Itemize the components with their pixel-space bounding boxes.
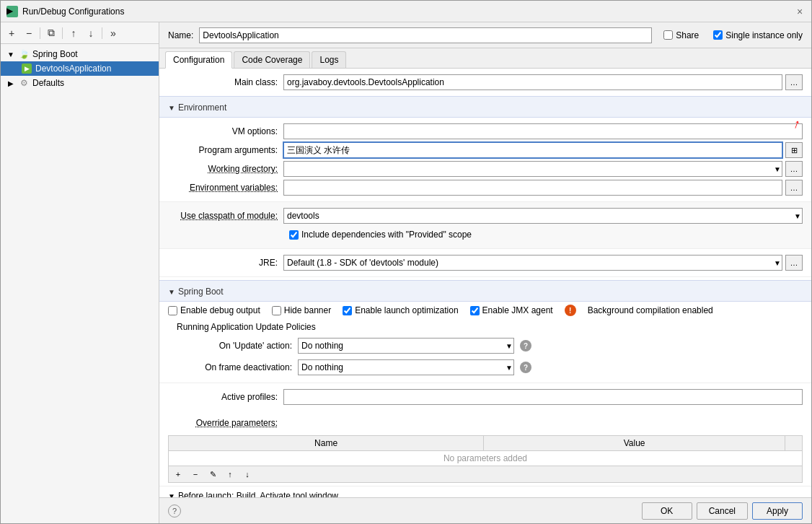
table-actions: + − ✎ ↑ ↓ (168, 466, 803, 483)
override-params-label: Override parameters: (168, 418, 283, 428)
defaults-label: Defaults (32, 78, 64, 88)
close-button[interactable]: × (794, 6, 806, 17)
spring-boot-section-label: Spring Boot (178, 287, 224, 297)
devtools-app-icon: ▶ (21, 63, 32, 74)
active-profiles-section: Active profiles: (159, 383, 811, 411)
jre-control: Default (1.8 - SDK of 'devtools' module)… (283, 255, 803, 271)
table-down-btn[interactable]: ↓ (239, 468, 255, 481)
jre-browse[interactable]: … (785, 255, 803, 271)
jre-row: JRE: Default (1.8 - SDK of 'devtools' mo… (168, 253, 803, 272)
help-button[interactable]: ? (168, 505, 181, 518)
environment-header[interactable]: ▼ Environment (168, 98, 803, 115)
devtools-app-tree-item[interactable]: ▶ DevtoolsApplication (1, 61, 159, 76)
tab-logs[interactable]: Logs (312, 51, 346, 68)
debug-output-row: Enable debug output (168, 305, 260, 315)
cancel-button[interactable]: Cancel (697, 502, 748, 520)
before-launch-expand[interactable]: ▼ (168, 492, 175, 498)
active-profiles-label: Active profiles: (168, 392, 283, 402)
vm-options-input[interactable] (283, 123, 803, 139)
single-instance-checkbox[interactable] (713, 30, 723, 40)
override-params-label-row: Override parameters: (168, 414, 803, 432)
before-launch-section: ▼ Before launch: Build, Activate tool wi… (159, 486, 811, 497)
jre-label: JRE: (168, 258, 283, 268)
main-class-label: Main class: (168, 77, 283, 87)
move-down-button[interactable]: ↓ (83, 25, 99, 41)
tab-configuration[interactable]: Configuration (165, 51, 232, 69)
more-button[interactable]: » (105, 25, 121, 41)
include-deps-checkbox[interactable] (289, 230, 299, 240)
launch-opt-row: Enable launch optimization (343, 305, 458, 315)
program-args-expand[interactable]: ⊞ (785, 142, 803, 158)
table-add-btn[interactable]: + (170, 468, 186, 481)
defaults-tree-item[interactable]: ▶ ⚙ Defaults (1, 76, 159, 90)
devtools-app-label: DevtoolsApplication (35, 64, 111, 74)
single-instance-area: Single instance only (713, 30, 803, 40)
spring-boot-header[interactable]: ▼ Spring Boot (168, 282, 803, 300)
add-button[interactable]: + (4, 25, 19, 41)
on-update-dropdown[interactable]: Do nothing Update classes and resources … (298, 338, 514, 354)
main-class-row: Main class: … (168, 73, 803, 92)
table-remove-btn[interactable]: − (187, 468, 203, 481)
bottom-right: OK Cancel Apply (642, 502, 803, 520)
on-deactivate-row: On frame deactivation: Do nothing Update… (177, 358, 803, 377)
spring-boot-tree-item[interactable]: ▼ 🍃 Spring Boot (1, 47, 159, 61)
table-name-header: Name (169, 436, 484, 451)
running-app-title: Running Application Update Policies (177, 322, 803, 332)
active-profiles-control (283, 389, 803, 405)
classpath-dropdown[interactable]: devtools (283, 208, 803, 224)
environment-label: Environment (178, 102, 226, 113)
window-title: Run/Debug Configurations (22, 6, 794, 17)
active-profiles-input[interactable] (283, 389, 803, 405)
on-update-help[interactable]: ? (520, 340, 531, 351)
working-dir-control: ▼ … (283, 161, 803, 177)
debug-output-checkbox[interactable] (168, 306, 177, 315)
env-vars-browse[interactable]: … (785, 180, 803, 196)
program-args-label: Program arguments: (168, 145, 283, 155)
share-checkbox[interactable] (663, 30, 673, 40)
main-class-browse[interactable]: … (785, 74, 803, 90)
jmx-agent-checkbox[interactable] (470, 306, 480, 315)
name-input[interactable] (199, 27, 652, 43)
tab-code-coverage[interactable]: Code Coverage (234, 51, 310, 68)
table-value-header: Value (484, 436, 785, 451)
env-vars-control: … (283, 180, 803, 196)
launch-opt-checkbox[interactable] (343, 306, 352, 315)
apply-button[interactable]: Apply (752, 502, 803, 520)
working-dir-dropdown[interactable] (283, 161, 782, 177)
jre-dropdown[interactable]: Default (1.8 - SDK of 'devtools' module) (283, 255, 782, 271)
program-args-input[interactable] (283, 142, 782, 158)
defaults-icon: ⚙ (18, 77, 30, 89)
vm-options-row: VM options: ↓ (168, 122, 803, 141)
separator1 (40, 27, 40, 39)
on-deactivate-help[interactable]: ? (520, 362, 531, 373)
classpath-section: Use classpath of module: devtools ▼ (159, 201, 811, 248)
table-empty-msg: No parameters added (169, 451, 803, 466)
name-bar: Name: Share Single instance only (159, 22, 811, 48)
env-vars-input[interactable] (283, 180, 782, 196)
table-up-btn[interactable]: ↑ (222, 468, 238, 481)
classpath-row: Use classpath of module: devtools ▼ (168, 206, 803, 225)
tree-expand-icon[interactable]: ▼ (6, 50, 15, 58)
hide-banner-checkbox[interactable] (272, 306, 281, 315)
main-class-input[interactable] (283, 74, 782, 90)
on-deactivate-dropdown[interactable]: Do nothing Update classes and resources … (298, 359, 514, 375)
on-update-dropdown-wrapper: Do nothing Update classes and resources … (298, 338, 514, 354)
vm-options-label: VM options: (168, 126, 283, 136)
working-dir-row: Working directory: ▼ … (168, 160, 803, 178)
include-deps-row: Include dependencies with "Provided" sco… (168, 225, 803, 244)
copy-button[interactable]: ⧉ (43, 25, 59, 41)
run-debug-config-window: ▶ Run/Debug Configurations × + − ⧉ ↑ ↓ »… (0, 0, 812, 524)
table-edit-btn[interactable]: ✎ (205, 468, 221, 481)
remove-button[interactable]: − (21, 25, 37, 41)
before-launch-header: ▼ Before launch: Build, Activate tool wi… (168, 491, 803, 497)
on-deactivate-label: On frame deactivation: (177, 362, 292, 372)
ok-button[interactable]: OK (642, 502, 692, 520)
tab-bar: Configuration Code Coverage Logs (159, 48, 811, 69)
move-up-button[interactable]: ↑ (66, 25, 81, 41)
working-dir-label: Working directory: (168, 164, 283, 174)
working-dir-browse[interactable]: … (785, 161, 803, 177)
spring-boot-expand-icon: ▼ (168, 288, 175, 296)
separator2 (62, 27, 63, 39)
spring-boot-header-bg: ▼ Spring Boot (159, 280, 811, 302)
defaults-expand-icon[interactable]: ▶ (6, 79, 15, 87)
